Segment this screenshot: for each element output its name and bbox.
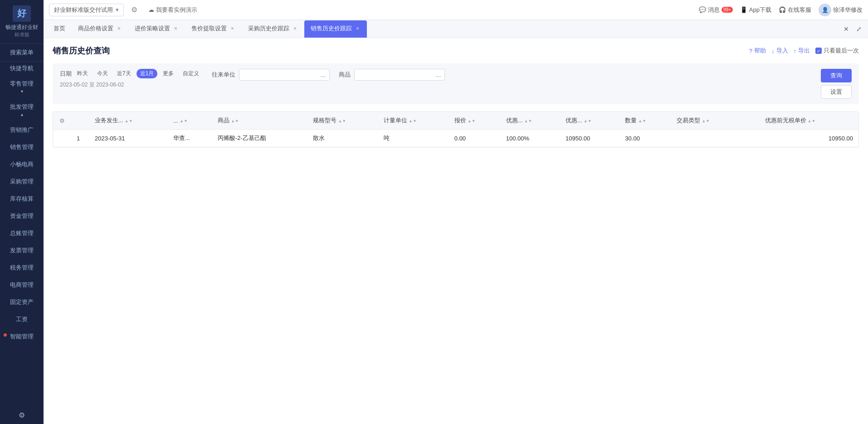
date-btn-today[interactable]: 今天 (93, 69, 112, 78)
source-input[interactable] (243, 72, 320, 78)
tab-purchase-strategy[interactable]: 进价策略设置 × (128, 20, 185, 38)
sort-icon-unit: ▲▼ (409, 119, 417, 123)
headset-icon: 🎧 (779, 6, 786, 13)
tab-product-price[interactable]: 商品价格设置 × (72, 20, 128, 38)
sidebar-item-tax[interactable]: 税务管理 (0, 259, 44, 276)
source-dots-button[interactable]: ... (321, 71, 326, 78)
tab-close-purchase-strategy[interactable]: × (173, 25, 179, 32)
tab-close-purchase-history[interactable]: × (292, 25, 298, 32)
col-transaction-type[interactable]: 交易类型▲▼ (671, 112, 742, 130)
source-input-group: ... (239, 69, 330, 81)
user-menu[interactable]: 👤 徐泽华修改 (819, 4, 863, 16)
sidebar-item-purchase[interactable]: 采购管理 (0, 173, 44, 190)
col-discount2[interactable]: 优惠...▲▼ (560, 112, 619, 130)
col-spec[interactable]: 规格型号▲▼ (307, 112, 378, 130)
only-last-checkbox-label[interactable]: ✓ 只看最后一次 (815, 47, 859, 55)
col-business-date[interactable]: 业务发生...▲▼ (89, 112, 168, 130)
sidebar-item-marketing[interactable]: 营销推广 (0, 121, 44, 139)
tab-purchase-history[interactable]: 采购历史价跟踪 × (242, 20, 304, 38)
row-transaction-type (671, 130, 742, 147)
content-area: 销售历史价查询 ? 帮助 ↓ 导入 ↑ 导出 ✓ 只看最后一次 (44, 38, 868, 424)
col-unit[interactable]: 计量单位▲▼ (378, 112, 449, 130)
tab-home[interactable]: 首页 (47, 20, 72, 38)
sidebar-quick-nav[interactable]: 快捷导航 (0, 62, 44, 75)
user-name: 徐泽华修改 (833, 6, 863, 14)
col-extra[interactable]: ...▲▼ (168, 112, 212, 130)
table-settings-icon[interactable]: ⚙ (59, 117, 65, 124)
page-actions: ? 帮助 ↓ 导入 ↑ 导出 ✓ 只看最后一次 (749, 47, 859, 55)
sidebar-item-smart[interactable]: 智能管理 (0, 328, 44, 345)
date-btn-more[interactable]: 更多 (159, 69, 177, 78)
app-download-button[interactable]: 📱 App下载 (740, 6, 771, 14)
tab-sale-price[interactable]: 售价提取设置 × (185, 20, 242, 38)
sidebar-settings-icon[interactable]: ⚙ (0, 406, 44, 424)
sidebar-item-wholesale[interactable]: 批发管理 ▴ (0, 98, 44, 121)
tab-sale-history[interactable]: 销售历史价跟踪 × (304, 20, 367, 38)
date-btn-custom[interactable]: 自定义 (179, 69, 203, 78)
sidebar-item-invoice[interactable]: 发票管理 (0, 242, 44, 259)
page-title: 销售历史价查询 (53, 45, 110, 56)
product-dots-button[interactable]: ... (436, 71, 441, 78)
sidebar-item-general-ledger[interactable]: 总账管理 (0, 225, 44, 242)
row-index: 1 (71, 130, 89, 147)
sidebar-item-retail[interactable]: 零售管理 ▾ (0, 75, 44, 98)
topbar-settings-icon[interactable]: ⚙ (127, 4, 141, 16)
table-header-row: ⚙ 业务发生...▲▼ ...▲▼ 商品▲▼ 规格型号 (53, 112, 858, 130)
date-btn-yesterday[interactable]: 昨天 (73, 69, 92, 78)
window-controls: ✕ ⤢ (841, 24, 864, 34)
data-table: ⚙ 业务发生...▲▼ ...▲▼ 商品▲▼ 规格型号 (53, 111, 859, 148)
tab-close-product-price[interactable]: × (116, 25, 122, 32)
settings-button[interactable]: 设置 (821, 85, 852, 99)
query-button[interactable]: 查询 (821, 69, 852, 82)
sort-icon-quantity: ▲▼ (638, 119, 646, 123)
message-button[interactable]: 💬 消息 99+ (699, 6, 733, 14)
online-service-button[interactable]: 🎧 在线客服 (779, 6, 811, 14)
filter-bar: 日期 昨天 今天 近7天 近1月 更多 自定义 2023-05-02 至 202… (53, 63, 859, 104)
sidebar-item-ecommerce[interactable]: 电商管理 (0, 276, 44, 294)
sidebar-item-inventory[interactable]: 库存核算 (0, 190, 44, 207)
sidebar-item-finance[interactable]: 资金管理 (0, 207, 44, 225)
message-label: 消息 (708, 6, 720, 14)
col-product[interactable]: 商品▲▼ (212, 112, 307, 130)
sidebar-item-xiao-ecommerce[interactable]: 小畅电商 (0, 156, 44, 173)
col-pretax-price[interactable]: 优惠前无税单价▲▼ (760, 112, 859, 130)
checkbox-checked-icon: ✓ (815, 48, 822, 54)
topbar: 好业财标准版交付试用 ▾ ⚙ ☁ 我要看实例演示 💬 消息 99+ 📱 App下… (44, 0, 868, 20)
row-pretax-price: 10950.00 (760, 130, 859, 147)
date-btn-1month[interactable]: 近1月 (137, 69, 158, 78)
col-settings: ⚙ (53, 112, 71, 130)
mobile-icon: 📱 (740, 6, 747, 13)
product-label: 商品 (339, 71, 351, 79)
help-link[interactable]: ? 帮助 (749, 47, 766, 55)
demo-link[interactable]: ☁ 我要看实例演示 (148, 6, 197, 14)
close-window-button[interactable]: ✕ (841, 24, 852, 34)
col-index (71, 112, 89, 130)
col-spacer (742, 112, 760, 130)
date-btn-7days[interactable]: 近7天 (113, 69, 135, 78)
cloud-icon: ☁ (148, 6, 154, 13)
col-quantity[interactable]: 数量▲▼ (619, 112, 671, 130)
main-area: 好业财标准版交付试用 ▾ ⚙ ☁ 我要看实例演示 💬 消息 99+ 📱 App下… (44, 0, 868, 424)
sort-icon-discount1: ▲▼ (524, 119, 532, 123)
row-quantity: 30.00 (619, 130, 671, 147)
sidebar-item-sales[interactable]: 销售管理 (0, 139, 44, 156)
sidebar-item-salary[interactable]: 工资 (0, 311, 44, 328)
sidebar-item-fixed-assets[interactable]: 固定资产 (0, 294, 44, 311)
import-link[interactable]: ↓ 导入 (771, 47, 788, 55)
col-discount1[interactable]: 优惠...▲▼ (501, 112, 560, 130)
tab-close-sale-price[interactable]: × (229, 25, 235, 32)
product-filter-group: 商品 ... (339, 69, 445, 81)
topbar-right: 💬 消息 99+ 📱 App下载 🎧 在线客服 👤 徐泽华修改 (699, 4, 863, 16)
product-input[interactable] (358, 72, 435, 78)
col-price[interactable]: 报价▲▼ (449, 112, 501, 130)
version-selector[interactable]: 好业财标准版交付试用 ▾ (49, 4, 124, 16)
export-link[interactable]: ↑ 导出 (794, 47, 810, 55)
sidebar-search-menu[interactable]: 搜索菜单 (0, 44, 44, 62)
sidebar-logo-title: 畅捷通好业财 标准版 (5, 24, 38, 38)
tab-close-sale-history[interactable]: × (355, 25, 361, 32)
row-unit: 吨 (378, 130, 449, 147)
date-label: 日期 (60, 70, 72, 78)
maximize-window-button[interactable]: ⤢ (853, 24, 864, 34)
tabbar: 首页 商品价格设置 × 进价策略设置 × 售价提取设置 × 采购历史价跟踪 × … (44, 20, 868, 38)
demo-text: 我要看实例演示 (156, 6, 197, 14)
